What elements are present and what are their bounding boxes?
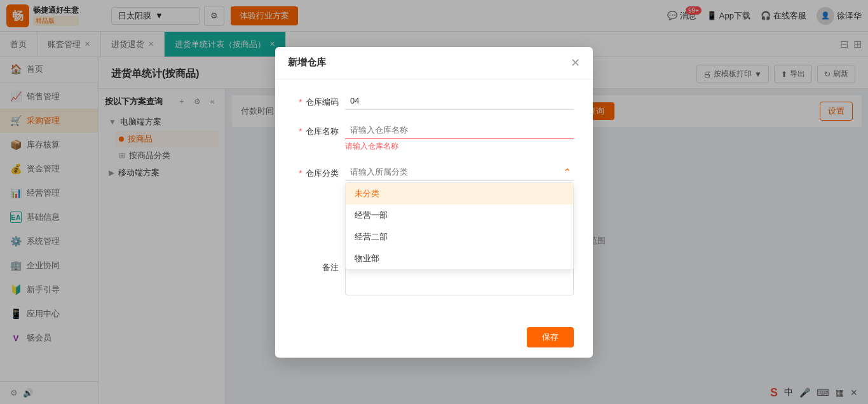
dialog-close-button[interactable]: ✕ (571, 56, 580, 70)
dropdown-item-1[interactable]: 经营一部 (346, 205, 573, 226)
category-label: * 仓库分类 (294, 163, 345, 179)
category-arrow-icon[interactable]: ⌃ (563, 166, 571, 178)
dialog-header: 新增仓库 ✕ (275, 47, 593, 79)
category-dropdown: 未分类 经营一部 经营二部 物业部 (345, 182, 574, 270)
form-row-category: * 仓库分类 ⌃ 未分类 经营一部 经营二部 物业部 (294, 163, 574, 181)
note-label: 备注 (294, 257, 345, 273)
dialog-body: * 仓库编码 * 仓库名称 请输入仓库名称 (275, 79, 593, 320)
form-row-code: * 仓库编码 (294, 92, 574, 110)
modal-overlay[interactable]: 新增仓库 ✕ * 仓库编码 * 仓库名称 (0, 0, 868, 404)
dropdown-item-2[interactable]: 经营二部 (346, 226, 573, 248)
code-input[interactable] (345, 92, 574, 110)
dropdown-item-3[interactable]: 物业部 (346, 248, 573, 269)
name-error-msg: 请输入仓库名称 (345, 141, 574, 152)
name-label: * 仓库名称 (294, 121, 345, 137)
required-mark-code: * (299, 97, 302, 107)
name-input[interactable] (345, 121, 574, 139)
form-row-name: * 仓库名称 请输入仓库名称 (294, 121, 574, 152)
required-mark-category: * (299, 168, 302, 178)
add-warehouse-dialog: 新增仓库 ✕ * 仓库编码 * 仓库名称 (275, 47, 593, 358)
dropdown-item-0[interactable]: 未分类 (346, 183, 573, 205)
dialog-title: 新增仓库 (288, 57, 326, 69)
dialog-footer: 保存 (275, 320, 593, 358)
required-mark-name: * (299, 126, 302, 136)
code-label: * 仓库编码 (294, 92, 345, 108)
save-button[interactable]: 保存 (527, 327, 574, 347)
category-input[interactable] (345, 163, 574, 181)
category-select-wrap: ⌃ 未分类 经营一部 经营二部 物业部 (345, 163, 574, 181)
